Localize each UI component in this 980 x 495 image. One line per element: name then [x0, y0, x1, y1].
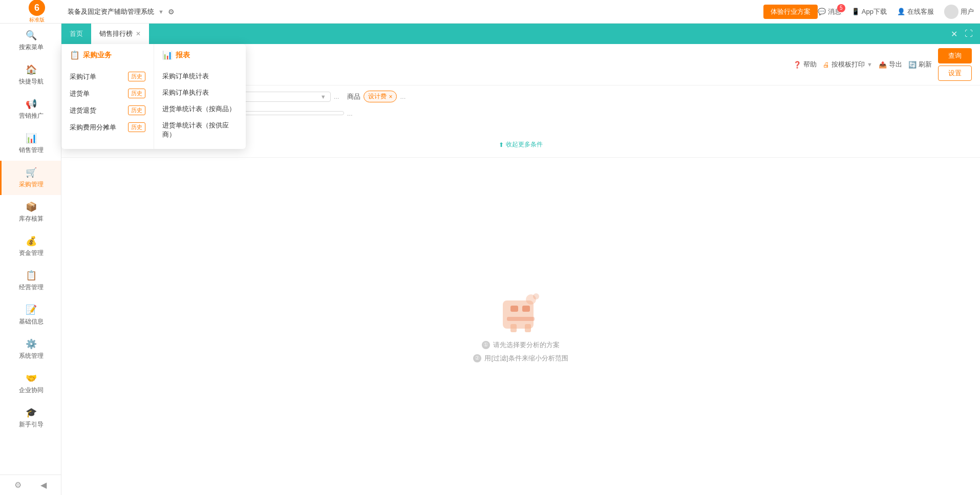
tab-bar: 首页 销售排行榜 ✕ ✕ ⛶	[61, 24, 980, 44]
report-3-label: 进货单统计表（按商品）	[162, 104, 236, 114]
sidebar-item-operation[interactable]: 📋 经营管理	[0, 264, 61, 298]
dropdown-item-report-1[interactable]: 采购订单统计表	[162, 68, 238, 84]
sidebar-item-system[interactable]: ⚙️ 系统管理	[0, 332, 61, 367]
filter-goods-tag-close[interactable]: ×	[389, 93, 392, 100]
purchase-in-history[interactable]: 历史	[128, 89, 145, 98]
empty-svg	[493, 290, 549, 336]
dropdown-purchase-col: 📋 采购业务 采购订单 历史 进货单 历史 进货退货 历史 采购费用分摊单 历史	[61, 44, 154, 149]
purchase-return-label: 进货退货	[70, 106, 96, 115]
inventory-icon: 📦	[26, 201, 37, 212]
sidebar-label-marketing: 营销推广	[19, 112, 44, 120]
dropdown-item-purchase-expense[interactable]: 采购费用分摊单 历史	[70, 119, 145, 136]
sidebar-item-inventory[interactable]: 📦 库存核算	[0, 195, 61, 229]
empty-state: ① 请先选择要分析的方案 ② 用[过滤]条件来缩小分析范围	[61, 158, 980, 495]
tab-sales-rank[interactable]: 销售排行榜 ✕	[91, 24, 149, 44]
tab-sales-rank-label: 销售排行榜	[99, 29, 133, 38]
sidebar-item-search[interactable]: 🔍 搜索菜单	[0, 24, 61, 58]
tab-home-label: 首页	[70, 29, 83, 38]
dropdown-item-report-3[interactable]: 进货单统计表（按商品）	[162, 101, 238, 117]
tab-close-icon[interactable]: ✕	[136, 30, 141, 37]
refresh-label: 刷新	[919, 60, 932, 69]
basic-icon: 📝	[26, 304, 37, 315]
tab-bar-right: ✕ ⛶	[948, 28, 980, 40]
sidebar-item-finance[interactable]: 💰 资金管理	[0, 229, 61, 264]
filter-staff-dots[interactable]: ...	[347, 110, 353, 117]
sidebar-item-enterprise[interactable]: 🤝 企业协同	[0, 367, 61, 401]
sidebar-label-operation: 经营管理	[19, 283, 44, 292]
sidebar-item-basic[interactable]: 📝 基础信息	[0, 298, 61, 332]
export-label: 导出	[889, 60, 902, 69]
service-icon: 👤	[897, 8, 905, 15]
app-download-item[interactable]: 📱 App下载	[851, 7, 887, 16]
industry-button[interactable]: 体验行业方案	[763, 5, 818, 19]
empty-content: ① 请先选择要分析的方案 ② 用[过滤]条件来缩小分析范围	[473, 290, 568, 363]
empty-illustration	[493, 290, 549, 336]
filter-staff-select[interactable]	[242, 111, 344, 115]
query-button[interactable]: 查询	[938, 48, 972, 63]
print-button[interactable]: 🖨 按模板打印 ▼	[823, 60, 872, 69]
filter-goods-tag-value: 设计费	[368, 92, 387, 101]
svg-point-7	[533, 293, 539, 299]
sidebar-item-quick[interactable]: 🏠 快捷导航	[0, 58, 61, 92]
sidebar-item-marketing[interactable]: 📢 营销推广	[0, 92, 61, 126]
sidebar-bottom: ⚙ ◀	[0, 475, 61, 495]
report-col-title-text: 报表	[176, 51, 190, 60]
dropdown-purchase-title: 📋 采购业务	[70, 50, 145, 63]
settings-bottom-icon[interactable]: ⚙	[14, 480, 22, 490]
export-button[interactable]: 📤 导出	[879, 60, 902, 69]
dropdown-item-purchase-in[interactable]: 进货单 历史	[70, 85, 145, 102]
sidebar-label-inventory: 库存核算	[19, 214, 44, 223]
dropdown-item-report-2[interactable]: 采购订单执行表	[162, 84, 238, 101]
tab-expand-button[interactable]: ⛶	[962, 28, 976, 39]
svg-rect-4	[510, 324, 517, 332]
export-icon: 📤	[879, 61, 887, 69]
collapse-up-icon: ⬆	[499, 141, 504, 148]
finance-icon: 💰	[26, 235, 37, 247]
filter-status-arrow: ▼	[321, 94, 326, 100]
sidebar-label-sales: 销售管理	[19, 146, 44, 155]
purchase-expense-label: 采购费用分摊单	[70, 123, 116, 132]
top-right-area: 💬 消息 5 📱 App下载 👤 在线客服 用户	[818, 5, 974, 19]
dropdown-item-purchase-return[interactable]: 进货退货 历史	[70, 102, 145, 119]
svg-rect-2	[522, 306, 530, 312]
filter-goods-label: 商品	[347, 92, 360, 101]
sidebar-item-newbie[interactable]: 🎓 新手引导	[0, 401, 61, 435]
system-settings-icon[interactable]: ⚙	[168, 8, 175, 16]
settings-button[interactable]: 设置	[938, 66, 972, 81]
user-item[interactable]: 用户	[944, 5, 974, 19]
purchase-return-history[interactable]: 历史	[128, 105, 145, 115]
purchase-col-icon: 📋	[70, 50, 80, 60]
collapse-icon[interactable]: ◀	[40, 480, 47, 490]
purchase-icon: 🛒	[26, 167, 37, 178]
messages-item[interactable]: 💬 消息 5	[818, 7, 841, 16]
logo-subtitle: 标准版	[29, 16, 45, 24]
system-icon: ⚙️	[26, 338, 37, 350]
logo-icon: 6	[29, 0, 45, 16]
print-arrow: ▼	[867, 61, 872, 68]
refresh-button[interactable]: 🔄 刷新	[908, 60, 932, 69]
help-button[interactable]: ❓ 帮助	[793, 60, 817, 69]
service-label: 在线客服	[907, 7, 934, 16]
sidebar-label-basic: 基础信息	[19, 317, 44, 326]
tab-home[interactable]: 首页	[61, 24, 91, 44]
dropdown-item-purchase-order[interactable]: 采购订单 历史	[70, 68, 145, 85]
sidebar-item-sales[interactable]: 📊 销售管理	[0, 126, 61, 161]
filter-status-dots[interactable]: ...	[334, 93, 339, 100]
online-service-item[interactable]: 👤 在线客服	[897, 7, 934, 16]
filter-goods-dots[interactable]: ...	[400, 93, 406, 100]
purchase-expense-history[interactable]: 历史	[128, 122, 145, 132]
empty-tip-1: ① 请先选择要分析的方案	[482, 340, 560, 350]
filter-goods-tag: 设计费 ×	[364, 91, 397, 102]
dropdown-report-title: 📊 报表	[162, 50, 238, 63]
svg-rect-1	[510, 306, 518, 312]
sidebar-item-purchase[interactable]: 🛒 采购管理	[0, 161, 61, 195]
phone-icon: 📱	[851, 8, 860, 15]
sales-icon: 📊	[26, 133, 37, 144]
sidebar: 🔍 搜索菜单 🏠 快捷导航 📢 营销推广 📊 销售管理 🛒 采购管理 📦 库存核…	[0, 24, 61, 495]
dropdown-item-report-4[interactable]: 进货单统计表（按供应商）	[162, 117, 238, 143]
system-dropdown-arrow[interactable]: ▼	[158, 9, 164, 15]
purchase-order-history[interactable]: 历史	[128, 72, 145, 81]
tab-close-all-button[interactable]: ✕	[948, 28, 961, 40]
purchase-col-title-text: 采购业务	[83, 51, 112, 60]
empty-tip-2-text: 用[过滤]条件来缩小分析范围	[484, 354, 568, 363]
